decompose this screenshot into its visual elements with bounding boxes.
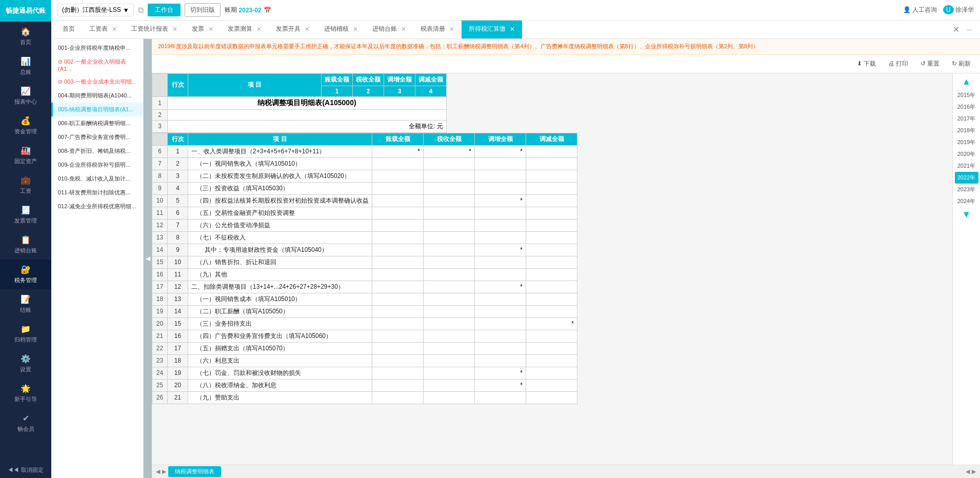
year-button[interactable]: 2017年 [955,113,978,125]
tab-label: 工资统计报表 [131,25,168,33]
sidebar-item-newbie[interactable]: 🌟 新手引导 [0,379,51,408]
sheet-nav-right[interactable]: ▶ [162,468,166,475]
year-nav-up[interactable]: ▲ [961,75,972,88]
scroll-left-icon[interactable]: ◀ [966,468,970,475]
scroll-right-icon[interactable]: ▶ [972,468,976,475]
copy-icon[interactable]: ⧉ [138,6,144,15]
tab-close-icon[interactable]: ✕ [353,26,358,33]
tab-input-tax-check[interactable]: 进销稽核 ✕ [317,21,365,38]
sheet-table: 行次 项 目 账载全额 税收全额 调增全额 调减全额 1 2 [152,73,447,133]
reset-button[interactable]: ↺ 重置 [917,58,943,70]
sidebar-item-archive[interactable]: 📁 归档管理 [0,319,51,349]
calendar-icon[interactable]: 📅 [264,7,271,14]
sidebar-item-label: 总账 [20,68,31,76]
right-panel: 2019年度涉及取以前年度错误数据的申报表单元格需要手工维护正确，才能保证本年及… [152,39,980,478]
print-button[interactable]: 🖨 打印 [885,58,911,70]
tab-home[interactable]: 首页 [55,21,82,38]
sidebar-item-fixed[interactable]: 🏭 固定资产 [0,141,51,170]
left-panel-item-011[interactable]: 011-研发费用加计扣除优惠... [51,186,143,200]
tab-close-icon[interactable]: ✕ [305,26,310,33]
bottom-tab-adjust[interactable]: 纳税调整明细表 [168,466,221,477]
close-all-tabs-button[interactable]: ✕ [949,23,964,36]
tab-label: 发票测算 [228,25,252,33]
left-panel-item-005[interactable]: 005-纳税调整项目明细表(A1... [51,103,143,116]
sidebar-item-tax[interactable]: 🔐 税务管理 [0,260,51,289]
table-row: 7 2 （一）视同销售收入（填写A105010） [152,157,577,170]
refresh-button[interactable]: ↻ 刷新 [949,58,974,70]
tab-close-icon[interactable]: ✕ [401,26,406,33]
sidebar-item-ledger[interactable]: 📊 总账 [0,51,51,81]
workbench-button[interactable]: 工作台 [148,4,181,16]
sidebar-item-vip[interactable]: ✔ 畅会员 [0,408,51,438]
year-nav-down[interactable]: ▼ [961,208,972,221]
user-info[interactable]: U 徐泽华 [943,6,974,14]
left-panel-item-001[interactable]: 001-企业所得税年度纳税申... [51,41,143,55]
table-row: 14 9 其中：专项用途财政性资金（填写A105040） * [152,244,577,256]
sidebar-item-invoice[interactable]: 🧾 发票管理 [0,200,51,230]
sidebar-item-settle[interactable]: 📝 结账 [0,289,51,319]
left-panel-item-007[interactable]: 007-广告费和业务宣传费明... [51,130,143,144]
table-row: 1 纳税调整项目明细表(A105000) [152,96,447,109]
year-button[interactable]: 2016年 [955,101,978,113]
tab-tax-list[interactable]: 税表清册 ✕ [413,21,462,38]
left-panel-item-009[interactable]: 009-企业所得税弥补亏损明... [51,158,143,172]
tab-invoice[interactable]: 发票 ✕ [185,21,221,38]
left-panel-item-012[interactable]: 012-减免企业所得税优惠明细... [51,200,143,213]
ledger-icon: 📊 [21,56,31,66]
sidebar-item-report[interactable]: 📈 报表中心 [0,81,51,111]
year-button[interactable]: 2020年 [955,148,978,160]
sidebar-item-input-tax[interactable]: 📋 进销台账 [0,230,51,260]
tab-close-icon[interactable]: ✕ [510,26,515,33]
year-button[interactable]: 2019年 [955,136,978,148]
support-link[interactable]: 👤 人工咨询 [903,6,937,14]
sheet-main[interactable]: 行次 项 目 账载全额 税收全额 调增全额 调减全额 1 2 [152,73,952,465]
sheet-area: 行次 项 目 账载全额 税收全额 调增全额 调减全额 1 2 [152,73,980,465]
left-panel-item-002[interactable]: ⊘ 002-一般企业收入明细表(A1... [51,55,143,75]
vip-icon: ✔ [23,413,29,423]
sheet-nav-left[interactable]: ◀ [156,468,160,475]
tab-close-icon[interactable]: ✕ [449,26,454,33]
left-panel-item-003[interactable]: ⊘ 003-一般企业成本支出明细... [51,75,143,89]
col-v1-label: 账载全额 [322,73,353,86]
tab-close-icon[interactable]: ✕ [208,26,213,33]
table-row: 3 全额单位: 元 [152,120,447,132]
sidebar: 畅捷通易代账 🏠 首页 📊 总账 📈 报表中心 💰 资金管理 🏭 固定资产 💼 … [0,0,51,478]
year-button[interactable]: 2024年 [955,195,978,207]
year-button[interactable]: 2015年 [955,89,978,101]
minimize-button[interactable]: — [964,24,976,35]
unpin-button[interactable]: ◀◀ 取消固定 [0,462,51,478]
left-panel-item-004[interactable]: 004-期间费用明细表(A1040... [51,89,143,103]
company-label: (勿删）江西股坐-LSS [62,6,121,14]
toolbar: ⬇ 下载 🖨 打印 ↺ 重置 ↻ 刷新 [152,55,980,73]
left-panel-item-008[interactable]: 008-资产折旧、摊销及纳税... [51,144,143,158]
tab-invoice-open[interactable]: 发票开具 ✕ [269,21,317,38]
left-panel-item-006[interactable]: 006-职工薪酬纳税调整明细... [51,116,143,130]
table-row: 15 10 （八）销售折扣、折让和退回 [152,256,577,268]
sidebar-logo[interactable]: 畅捷通易代账 [0,0,51,22]
year-button[interactable]: 2023年 [955,184,978,195]
warning-text: 2019年度涉及取以前年度错误数据的申报表单元格需要手工维护正确，才能保证本年及… [158,43,758,49]
switch-old-button[interactable]: 切到旧版 [185,3,221,17]
tab-invoice-calc[interactable]: 发票测算 ✕ [221,21,269,38]
tab-close-icon[interactable]: ✕ [112,26,117,33]
tab-salary-report[interactable]: 工资统计报表 ✕ [124,21,185,38]
col-v3-sub: 3 [384,86,415,96]
panel-collapse-button[interactable]: ◀ [144,39,152,478]
tab-salary[interactable]: 工资表 ✕ [82,21,124,38]
year-button[interactable]: 2021年 [955,160,978,172]
tab-close-icon[interactable]: ✕ [256,26,262,33]
sidebar-item-finance[interactable]: 💰 资金管理 [0,111,51,141]
left-panel-item-010[interactable]: 010-免税、减计收入及加计... [51,172,143,186]
download-button[interactable]: ⬇ 下载 [854,58,879,70]
sidebar-item-settings[interactable]: ⚙️ 设置 [0,349,51,379]
year-button[interactable]: 2022年 [955,172,978,184]
tab-close-icon[interactable]: ✕ [172,26,177,33]
sidebar-item-home[interactable]: 🏠 首页 [0,22,51,51]
tab-income-tax[interactable]: 所得税汇算缴 ✕ [462,21,522,38]
sidebar-item-salary[interactable]: 💼 工资 [0,170,51,200]
warning-bar: 2019年度涉及取以前年度错误数据的申报表单元格需要手工维护正确，才能保证本年及… [152,39,980,55]
company-selector[interactable]: (勿删）江西股坐-LSS ▼ [57,4,134,16]
year-button[interactable]: 2018年 [955,125,978,136]
tab-input-tax-ledger[interactable]: 进销台账 ✕ [365,21,413,38]
tab-label: 税表清册 [421,25,445,33]
